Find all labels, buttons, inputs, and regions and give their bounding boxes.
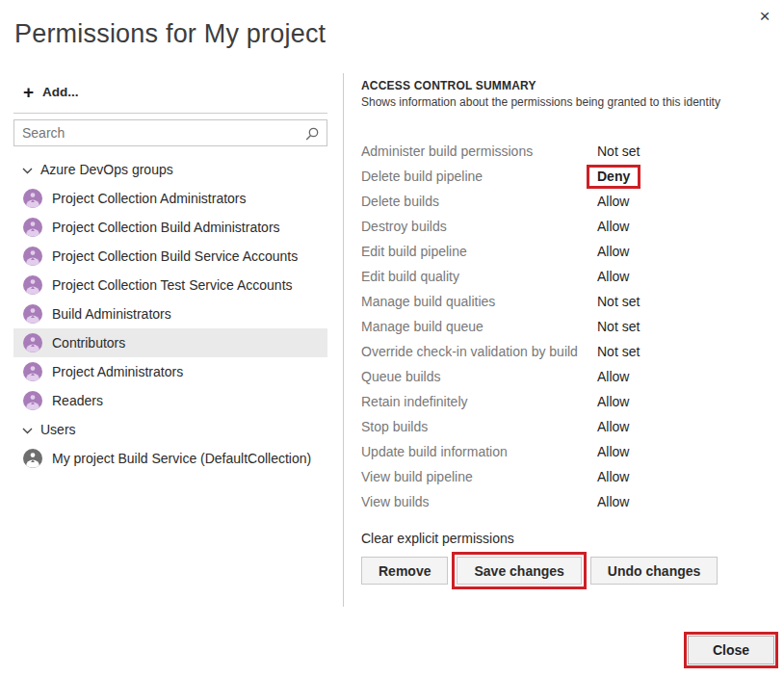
sidebar-item-readers[interactable]: Readers <box>13 386 327 415</box>
group-list: Project Collection AdministratorsProject… <box>13 184 327 415</box>
sidebar-item-my-project-build-service-defaultcollection[interactable]: My project Build Service (DefaultCollect… <box>13 444 327 473</box>
permission-row-retain-indefinitely: Retain indefinitelyAllow <box>361 389 775 414</box>
plus-icon: + <box>23 83 34 101</box>
close-button[interactable]: Close <box>688 636 774 664</box>
add-button-label: Add... <box>42 85 79 99</box>
permission-value[interactable]: Allow <box>597 219 629 234</box>
permission-name: Delete build pipeline <box>361 169 597 184</box>
clear-explicit-permissions-link[interactable]: Clear explicit permissions <box>361 531 514 546</box>
permission-row-view-builds: View buildsAllow <box>361 489 775 514</box>
sidebar-item-project-collection-build-service-accounts[interactable]: Project Collection Build Service Account… <box>13 242 327 271</box>
permission-value[interactable]: Allow <box>597 244 629 259</box>
permission-name: Override check-in validation by build <box>361 344 597 359</box>
access-control-summary-heading: ACCESS CONTROL SUMMARY <box>361 79 775 92</box>
permission-value[interactable]: Allow <box>597 269 629 284</box>
permission-value[interactable]: Allow <box>597 494 629 509</box>
permission-name: View builds <box>361 494 597 509</box>
permission-row-manage-build-queue: Manage build queueNot set <box>361 314 775 339</box>
save-changes-button[interactable]: Save changes <box>457 557 581 585</box>
page-title: Permissions for My project <box>14 19 326 49</box>
users-header-label: Users <box>40 422 76 437</box>
sidebar-item-build-administrators[interactable]: Build Administrators <box>13 299 327 328</box>
group-avatar-icon <box>23 333 42 352</box>
sidebar-item-project-collection-build-administrators[interactable]: Project Collection Build Administrators <box>13 213 327 242</box>
group-avatar-icon <box>23 275 42 295</box>
user-list: My project Build Service (DefaultCollect… <box>13 444 327 473</box>
undo-changes-button[interactable]: Undo changes <box>590 557 718 585</box>
remove-button[interactable]: Remove <box>361 557 448 585</box>
sidebar-item-label: Contributors <box>52 335 125 351</box>
permission-value[interactable]: Allow <box>597 469 629 484</box>
permission-value[interactable]: Allow <box>597 419 629 434</box>
permission-name: Administer build permissions <box>361 143 597 159</box>
permission-row-queue-builds: Queue buildsAllow <box>361 364 775 389</box>
add-button[interactable]: + Add... <box>13 77 327 106</box>
sidebar-item-label: Project Collection Build Administrators <box>52 220 280 235</box>
sidebar-item-label: Project Collection Test Service Accounts <box>52 277 293 293</box>
permission-value[interactable]: Not set <box>597 294 640 309</box>
action-button-row: RemoveSave changesUndo changes <box>361 557 775 585</box>
sidebar-item-label: Build Administrators <box>52 306 171 322</box>
permission-row-delete-build-pipeline: Delete build pipelineDeny <box>361 164 775 189</box>
identity-tree: Azure DevOps groups Project Collection A… <box>13 155 327 473</box>
user-avatar-icon <box>23 449 42 468</box>
permission-name: Edit build pipeline <box>361 244 597 259</box>
permission-value[interactable]: Not set <box>597 344 640 359</box>
access-control-summary-description: Shows information about the permissions … <box>361 95 775 109</box>
permission-value[interactable]: Allow <box>597 444 629 459</box>
panel-divider <box>343 73 344 607</box>
permission-name: Update build information <box>361 444 597 459</box>
permission-row-edit-build-pipeline: Edit build pipelineAllow <box>361 239 775 264</box>
access-control-panel: ACCESS CONTROL SUMMARY Shows information… <box>361 79 775 585</box>
permission-row-manage-build-qualities: Manage build qualitiesNot set <box>361 289 775 314</box>
group-header-label: Azure DevOps groups <box>40 162 173 177</box>
group-avatar-icon <box>23 391 42 410</box>
permission-value[interactable]: Deny <box>587 165 640 189</box>
identities-panel: + Add... Azure DevOps groups Project Col… <box>13 77 327 473</box>
permission-row-edit-build-quality: Edit build qualityAllow <box>361 264 775 289</box>
sidebar-item-project-collection-administrators[interactable]: Project Collection Administrators <box>13 184 327 213</box>
permission-row-administer-build-permissions: Administer build permissionsNot set <box>361 139 775 164</box>
permission-name: Delete builds <box>361 194 597 209</box>
sidebar-item-contributors[interactable]: Contributors <box>13 328 327 357</box>
permission-name: Edit build quality <box>361 269 597 284</box>
permission-name: Destroy builds <box>361 219 597 234</box>
sidebar-item-label: My project Build Service (DefaultCollect… <box>52 451 311 466</box>
search-icon <box>304 126 320 144</box>
sidebar-item-project-collection-test-service-accounts[interactable]: Project Collection Test Service Accounts <box>13 271 327 299</box>
permission-value[interactable]: Allow <box>597 194 629 209</box>
search-input[interactable] <box>14 120 327 145</box>
permission-value[interactable]: Not set <box>597 143 640 159</box>
group-avatar-icon <box>23 362 42 381</box>
group-avatar-icon <box>23 304 42 324</box>
permission-value[interactable]: Allow <box>597 394 629 409</box>
permission-row-view-build-pipeline: View build pipelineAllow <box>361 464 775 489</box>
sidebar-item-label: Project Collection Administrators <box>52 191 247 206</box>
permission-row-delete-builds: Delete buildsAllow <box>361 189 775 214</box>
divider <box>13 113 327 114</box>
permission-name: Queue builds <box>361 369 597 384</box>
permission-name: View build pipeline <box>361 469 597 484</box>
search-box <box>13 119 327 146</box>
permission-name: Retain indefinitely <box>361 394 597 409</box>
sidebar-group-azure-devops-groups[interactable]: Azure DevOps groups <box>13 155 327 184</box>
group-avatar-icon <box>23 247 42 266</box>
sidebar-item-label: Readers <box>52 393 103 408</box>
close-icon[interactable]: × <box>753 6 776 29</box>
sidebar-group-users[interactable]: Users <box>13 415 327 444</box>
sidebar-item-label: Project Collection Build Service Account… <box>52 248 298 264</box>
permission-row-destroy-builds: Destroy buildsAllow <box>361 214 775 239</box>
group-avatar-icon <box>23 218 42 237</box>
permission-value[interactable]: Allow <box>597 369 629 384</box>
permission-row-update-build-information: Update build informationAllow <box>361 439 775 464</box>
chevron-down-icon <box>22 422 33 437</box>
permission-name: Stop builds <box>361 419 597 434</box>
permission-value[interactable]: Not set <box>597 319 640 334</box>
permission-name: Manage build qualities <box>361 294 597 309</box>
group-avatar-icon <box>23 189 42 208</box>
permission-row-override-check-in-validation-by-build: Override check-in validation by buildNot… <box>361 339 775 364</box>
sidebar-item-label: Project Administrators <box>52 364 183 379</box>
sidebar-item-project-administrators[interactable]: Project Administrators <box>13 357 327 386</box>
permission-name: Manage build queue <box>361 319 597 334</box>
chevron-down-icon <box>22 162 33 177</box>
